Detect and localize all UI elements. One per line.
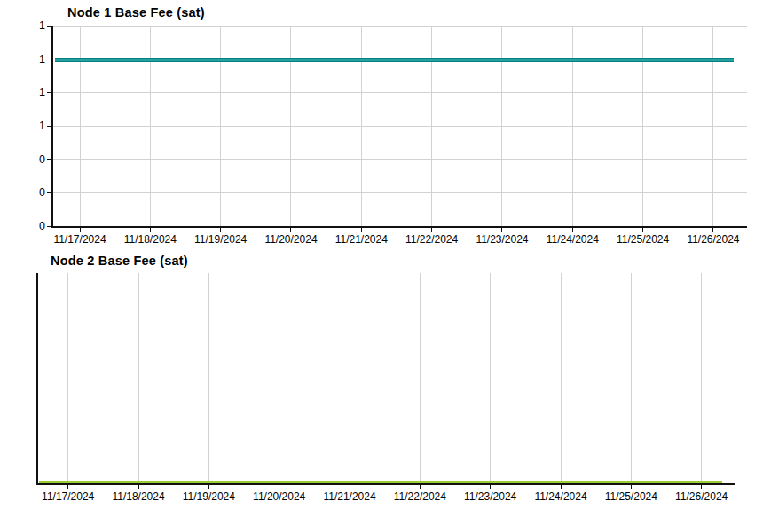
- x-tick-label-node2: 11/23/2024: [453, 490, 528, 503]
- y-tick-label-node1: 0: [26, 186, 45, 199]
- gridline-horizontal-node1: [53, 159, 747, 160]
- x-tick-label-node1: 11/23/2024: [465, 233, 539, 246]
- x-tick-label-node2: 11/17/2024: [31, 490, 106, 503]
- gridline-vertical-node2: [420, 273, 421, 483]
- y-tick-label-node1: 1: [26, 53, 45, 66]
- gridline-horizontal-node1: [53, 126, 747, 127]
- gridline-vertical-node2: [490, 273, 491, 483]
- x-tick-label-node2: 11/24/2024: [523, 490, 598, 503]
- x-tick-label-node1: 11/19/2024: [184, 233, 258, 246]
- x-tick-label-node2: 11/18/2024: [101, 490, 176, 503]
- x-tick-label-node1: 11/26/2024: [676, 233, 751, 246]
- chart-title-node2: Node 2 Base Fee (sat): [51, 254, 188, 268]
- gridline-vertical-node2: [350, 273, 350, 483]
- y-tick-label-node1: 1: [26, 86, 45, 98]
- gridline-vertical-node2: [279, 273, 279, 483]
- x-tick-label-node1: 11/18/2024: [113, 233, 187, 246]
- x-tick-label-node2: 11/19/2024: [171, 490, 246, 503]
- y-tick-label-node1: 0: [26, 220, 45, 232]
- gridline-horizontal-node1: [53, 26, 747, 27]
- x-tick-label-node1: 11/20/2024: [254, 233, 328, 246]
- x-tick-label-node1: 11/17/2024: [43, 233, 117, 246]
- x-tick-label-node2: 11/26/2024: [665, 490, 739, 503]
- gridline-vertical-node2: [67, 273, 68, 483]
- gridline-horizontal-node1: [53, 92, 747, 93]
- x-tick-label-node1: 11/25/2024: [606, 233, 680, 246]
- x-axis-line-node2: [36, 483, 735, 485]
- charts-panel: Node 1 Base Fee (sat) 11/17/202411/18/20…: [0, 0, 763, 532]
- gridline-vertical-node2: [138, 273, 139, 483]
- gridline-vertical-node2: [561, 273, 562, 483]
- gridline-vertical-node2: [701, 273, 702, 483]
- y-tick-label-node1: 0: [26, 153, 45, 166]
- x-tick-label-node2: 11/22/2024: [382, 490, 457, 503]
- chart-title-node1: Node 1 Base Fee (sat): [67, 5, 205, 20]
- x-tick-label-node2: 11/21/2024: [312, 490, 387, 503]
- x-tick-label-node2: 11/25/2024: [594, 490, 668, 503]
- y-axis-line-node1: [51, 26, 53, 228]
- x-axis-line-node1: [51, 226, 747, 228]
- x-tick-label-node1: 11/24/2024: [535, 233, 610, 246]
- x-tick-label-node1: 11/21/2024: [324, 233, 398, 246]
- y-axis-line-node2: [36, 273, 38, 485]
- series-line-node2: [39, 481, 722, 483]
- gridline-vertical-node2: [208, 273, 209, 483]
- y-tick-label-node1: 1: [26, 20, 45, 32]
- gridline-vertical-node2: [631, 273, 632, 483]
- gridline-horizontal-node1: [53, 192, 747, 193]
- x-tick-label-node2: 11/20/2024: [242, 490, 317, 503]
- x-tick-label-node1: 11/22/2024: [395, 233, 469, 246]
- y-tick-label-node1: 1: [26, 120, 45, 132]
- series-line-node1: [55, 58, 734, 62]
